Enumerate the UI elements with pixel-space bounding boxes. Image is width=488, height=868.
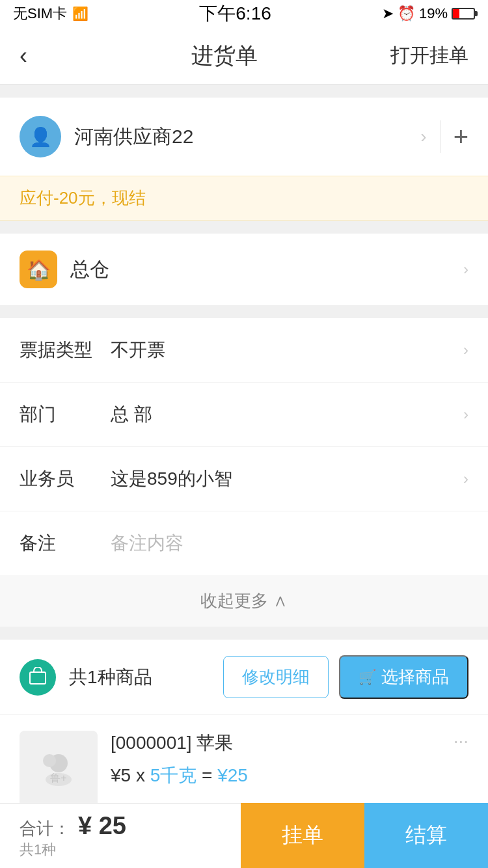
product-count: 共1种商品 [69,665,223,690]
alarm-icon: ⏰ [398,5,415,22]
divider-4 [0,627,488,640]
warehouse-row[interactable]: 🏠 总仓 › [0,234,488,305]
product-title: 苹果 [197,733,233,753]
products-icon [20,659,56,696]
supplier-avatar: 👤 [20,116,61,157]
status-bar-left: 无SIM卡 📶 [13,4,88,23]
product-header: 共1种商品 修改明细 🛒 选择商品 [0,640,488,715]
svg-point-2 [43,754,56,767]
location-icon: ➤ [382,5,394,22]
svg-text:鲁+: 鲁+ [50,772,66,783]
supplier-notice: 应付-20元，现结 [0,176,488,221]
product-more-button[interactable]: ··· [454,731,468,752]
warehouse-symbol: 🏠 [27,258,51,281]
department-row[interactable]: 部门 总 部 › [0,383,488,447]
supplier-name: 河南供应商22 [74,124,420,150]
wifi-icon: 📶 [72,6,88,21]
status-bar: 无SIM卡 📶 下午6:16 ➤ ⏰ 19% [0,0,488,27]
bottom-bar: 合计： ¥ 25 共1种 挂单 结算 [0,803,488,868]
products-card: 共1种商品 修改明细 🛒 选择商品 鲁+ [0000001] 苹果 ¥5 x 5… [0,640,488,825]
remark-label: 备注 [20,531,111,556]
supplier-arrow-icon: › [420,126,426,147]
unit-price: ¥5 x [111,765,150,785]
warehouse-name: 总仓 [70,256,463,283]
edit-detail-button[interactable]: 修改明细 [223,656,329,698]
total-count: 共1种 [20,840,221,860]
invoice-type-label: 票据类型 [20,338,111,362]
fields-card: 票据类型 不开票 › 部门 总 部 › 业务员 这是859的小智 › 备注 备注… [0,318,488,575]
settle-button[interactable]: 结算 [364,803,488,868]
avatar-icon: 👤 [29,126,52,148]
department-value: 总 部 [111,402,463,427]
page-title: 进货单 [191,41,258,71]
equals: = [202,765,217,785]
status-bar-time: 下午6:16 [199,1,271,26]
invoice-arrow-icon: › [463,341,468,359]
product-info: [0000001] 苹果 ¥5 x 5千克 = ¥25 [111,731,447,788]
product-thumb-icon: 鲁+ [33,744,85,796]
divider-2 [0,221,488,234]
warehouse-icon: 🏠 [20,251,57,288]
quantity: 5千克 [150,765,197,785]
salesman-value: 这是859的小智 [111,467,463,491]
add-supplier-button[interactable]: + [454,122,468,152]
carrier-label: 无SIM卡 [13,4,67,23]
hang-button[interactable]: 挂单 [241,803,364,868]
invoice-type-value: 不开票 [111,338,463,362]
remark-row[interactable]: 备注 备注内容 [0,511,488,575]
divider-3 [0,305,488,318]
collapse-button[interactable]: 收起更多 ∧ [0,575,488,627]
open-hang-button[interactable]: 打开挂单 [390,42,468,69]
salesman-row[interactable]: 业务员 这是859的小智 › [0,447,488,511]
total-amount: ¥ 25 [78,812,126,840]
warehouse-arrow-icon: › [463,260,468,278]
total-label: 合计： [20,817,70,840]
battery-fill [453,9,459,18]
product-thumbnail: 鲁+ [20,731,98,809]
cart-icon [27,667,48,688]
select-product-button[interactable]: 🛒 选择商品 [339,655,468,699]
select-icon: 🛒 [359,669,376,686]
supplier-card: 👤 河南供应商22 › + 应付-20元，现结 [0,98,488,221]
nav-bar: ‹ 进货单 打开挂单 [0,27,488,85]
battery-icon [452,8,475,20]
warehouse-card: 🏠 总仓 › [0,234,488,305]
supplier-row[interactable]: 👤 河南供应商22 › + [0,98,488,176]
department-label: 部门 [20,402,111,427]
total-price: ¥25 [217,765,248,785]
total-line: 合计： ¥ 25 [20,812,221,840]
battery-percent: 19% [419,5,448,22]
supplier-divider [440,120,441,153]
product-name: [0000001] 苹果 [111,731,447,755]
total-section: 合计： ¥ 25 共1种 [0,803,241,868]
remark-input[interactable]: 备注内容 [111,531,468,556]
salesman-label: 业务员 [20,467,111,491]
svg-rect-0 [30,672,46,684]
back-button[interactable]: ‹ [20,42,59,70]
product-price: ¥5 x 5千克 = ¥25 [111,763,447,788]
select-label: 选择商品 [381,666,449,688]
invoice-type-row[interactable]: 票据类型 不开票 › [0,318,488,383]
product-code: [0000001] [111,733,197,753]
salesman-arrow-icon: › [463,470,468,488]
divider-1 [0,85,488,98]
department-arrow-icon: › [463,405,468,424]
status-bar-right: ➤ ⏰ 19% [382,5,475,22]
